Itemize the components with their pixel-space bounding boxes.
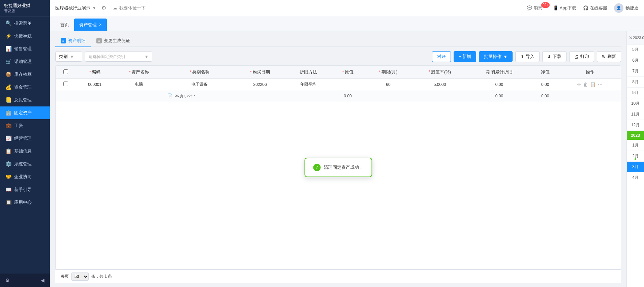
sidebar-item-quicknav[interactable]: ⚡快捷导航 <box>0 30 50 42</box>
quicknav-icon: ⚡ <box>5 33 11 39</box>
sidebar-item-system[interactable]: ⚙️系统管理 <box>0 158 50 170</box>
refresh-button[interactable]: ↻ 刷新 <box>597 51 621 62</box>
month-prev-10月[interactable]: 10月 <box>627 98 644 109</box>
year-label-2023[interactable]: 2023 <box>627 131 644 140</box>
copy-icon[interactable]: 📋 <box>590 82 596 87</box>
sub-tab-label-asset_detail: 资产明细 <box>68 38 86 44</box>
experience-text: 我要体验一下 <box>119 5 146 11</box>
month-4月[interactable]: 4月 <box>627 172 644 183</box>
sub-tab-asset_detail[interactable]: ≡资产明细 <box>55 35 91 47</box>
sidebar-item-fixedasset[interactable]: 🏢固定资产 <box>0 106 50 119</box>
month-prev-6月[interactable]: 6月 <box>627 55 644 66</box>
sidebar-item-enterprise[interactable]: 🤝企业协同 <box>0 170 50 183</box>
subtotal-label: 本页小计： <box>175 93 197 98</box>
more-icon[interactable]: ⋯ <box>598 82 603 87</box>
cell-period: 60 <box>364 79 412 90</box>
user-menu[interactable]: 👤 畅捷通 <box>614 3 639 13</box>
import-icon: ⬆ <box>520 54 524 59</box>
app-download-btn[interactable]: 📱 App下载 <box>553 5 576 11</box>
sidebar-item-purchase[interactable]: 🛒采购管理 <box>0 55 50 68</box>
col-residual-rate: *残值率(%) <box>412 66 468 79</box>
month-prev-5月[interactable]: 5月 <box>627 44 644 55</box>
table-row: 000001 电脑 电子设备 202206 年限平均 60 5.0000 0.0… <box>56 79 621 90</box>
total-text: 条，共 1 条 <box>91 274 112 279</box>
sidebar-item-ledger[interactable]: 📒总账管理 <box>0 94 50 106</box>
row-checkbox[interactable] <box>63 82 68 86</box>
settings-gear-icon[interactable]: ⚙ <box>101 5 106 11</box>
col-net-value: 净值 <box>531 66 559 79</box>
cell-action: ✏ 🗑 📋 ⋯ <box>559 79 621 90</box>
collapse-icon[interactable]: ◀ <box>41 278 44 283</box>
import-button[interactable]: ⬆ 导入 <box>515 51 540 62</box>
tab-asset[interactable]: 资产管理 ✕ <box>74 19 107 31</box>
sidebar-item-search[interactable]: 🔍搜索菜单 <box>0 17 50 30</box>
month-prev-11月[interactable]: 11月 <box>627 109 644 120</box>
tab-home[interactable]: 首页 <box>55 19 74 31</box>
sidebar-item-inventory[interactable]: 📦库存核算 <box>0 68 50 81</box>
right-panel-close-icon[interactable]: ✕ <box>629 35 633 40</box>
month-1月[interactable]: 1月 <box>627 140 644 151</box>
sidebar-item-capital[interactable]: 💰资金管理 <box>0 81 50 94</box>
sidebar-item-newguide[interactable]: 📖新手引导 <box>0 183 50 196</box>
month-3月[interactable]: 3月 <box>627 162 644 172</box>
print-icon: 🖨 <box>574 54 579 59</box>
month-prev-7月[interactable]: 7月 <box>627 66 644 77</box>
batch-button[interactable]: 批量操作 ▼ <box>479 51 513 62</box>
settings-icon[interactable]: ⚙ <box>5 278 10 283</box>
baseinfo-icon: 📋 <box>5 148 11 154</box>
newguide-icon: 📖 <box>5 187 11 193</box>
sidebar-item-sales[interactable]: 📊销售管理 <box>0 42 50 55</box>
month-prev-8月[interactable]: 8月 <box>627 77 644 88</box>
select-all-checkbox[interactable] <box>63 69 68 74</box>
sidebar-label-appcenter: 应用中心 <box>14 199 32 205</box>
cell-category: 电子设备 <box>164 79 235 90</box>
category-chevron-icon: ▼ <box>70 54 74 59</box>
company-selector[interactable]: 医疗器械行业演示 ▼ <box>55 5 96 11</box>
search-icon: 🔍 <box>5 20 11 26</box>
sub-tab-change_voucher[interactable]: ≡变更生成凭证 <box>91 35 135 47</box>
asset-table: *编码 *资产名称 *类别名称 *购买日期 折旧方法 *原值 *期限(月) *残… <box>56 66 621 102</box>
sidebar-label-baseinfo: 基础信息 <box>14 148 32 154</box>
print-button[interactable]: 🖨 打印 <box>569 51 594 62</box>
tab-close-asset-icon[interactable]: ✕ <box>99 23 102 27</box>
col-period: *期限(月) <box>364 66 412 79</box>
message-btn[interactable]: 💬 消息 99+ <box>527 5 546 11</box>
toolbar: 类别 ▼ 请选择固定资产类别 ▼ 对账 + 新增 批量操作 ▼ <box>55 51 621 62</box>
sidebar-item-management[interactable]: 📈经营管理 <box>0 132 50 145</box>
col-checkbox <box>56 66 76 79</box>
table-header: *编码 *资产名称 *类别名称 *购买日期 折旧方法 *原值 *期限(月) *残… <box>56 66 621 79</box>
download-button[interactable]: ⬇ 下载 <box>542 51 566 62</box>
refresh-icon: ↻ <box>602 54 606 59</box>
per-page-label: 每页 <box>61 274 69 279</box>
edit-icon[interactable]: ✏ <box>577 82 581 87</box>
table-container: *编码 *资产名称 *类别名称 *购买日期 折旧方法 *原值 *期限(月) *残… <box>55 65 621 269</box>
cell-initial-accumulated: 0.00 <box>467 79 531 90</box>
month-2月[interactable]: 2月 <box>627 151 644 162</box>
sidebar-label-ledger: 总账管理 <box>14 97 32 103</box>
sidebar-item-salary[interactable]: 💼工资 <box>0 119 50 132</box>
online-service-btn[interactable]: 🎧 在线客服 <box>583 5 607 11</box>
cell-residual-rate: 5.0000 <box>412 79 468 90</box>
sidebar-item-baseinfo[interactable]: 📋基础信息 <box>0 145 50 158</box>
salary-icon: 💼 <box>5 123 11 129</box>
experience-btn[interactable]: ☁ 我要体验一下 <box>113 5 146 11</box>
app-download-label: App下载 <box>560 5 576 11</box>
sidebar-logo: 畅捷通好业财 普及版 <box>0 0 50 17</box>
sidebar-label-capital: 资金管理 <box>14 84 32 90</box>
category-filter[interactable]: 类别 ▼ <box>55 52 82 62</box>
reconcile-button[interactable]: 对账 <box>432 51 451 62</box>
sidebar-item-appcenter[interactable]: 🔲应用中心 <box>0 196 50 209</box>
month-prev-9月[interactable]: 9月 <box>627 88 644 98</box>
change_voucher-tab-icon: ≡ <box>96 38 102 43</box>
new-button[interactable]: + 新增 <box>454 51 476 62</box>
month-prev-12月[interactable]: 12月 <box>627 120 644 131</box>
per-page-select[interactable]: 50 10 20 100 <box>71 273 89 281</box>
delete-icon[interactable]: 🗑 <box>583 82 588 87</box>
logo-sub: 普及版 <box>4 8 30 13</box>
right-panel-months: 5月6月7月8月9月10月11月12月20231月2月3月4月 <box>627 44 644 287</box>
print-label: 打印 <box>580 54 589 60</box>
cell-name: 电脑 <box>114 79 164 90</box>
category-input[interactable]: 请选择固定资产类别 ▼ <box>85 52 152 62</box>
fixedasset-icon: 🏢 <box>5 110 11 116</box>
company-name: 医疗器械行业演示 <box>55 5 90 11</box>
